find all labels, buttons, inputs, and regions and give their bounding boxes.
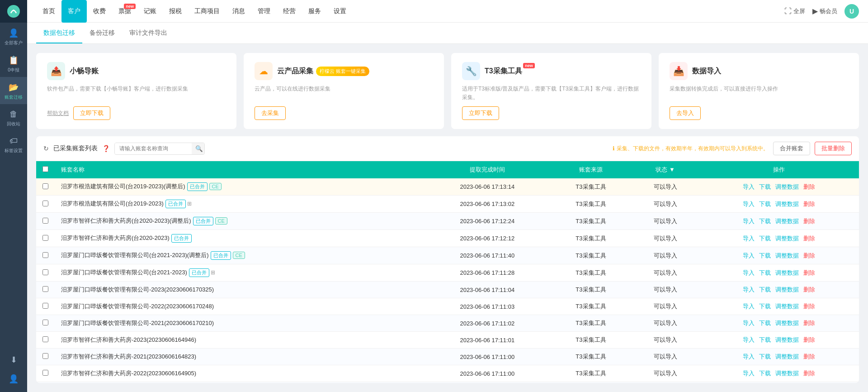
search-button[interactable]: 🔍 xyxy=(192,143,205,154)
action-下载[interactable]: 下载 xyxy=(759,336,771,344)
download-t3-button[interactable]: 立即下载 xyxy=(462,106,499,120)
batch-delete-button[interactable]: 批量删除 xyxy=(815,142,852,155)
action-调整数据[interactable]: 调整数据 xyxy=(775,183,799,191)
action-下载[interactable]: 下载 xyxy=(759,183,771,191)
action-下载[interactable]: 下载 xyxy=(759,269,771,277)
action-删除[interactable]: 删除 xyxy=(803,369,815,378)
action-导入[interactable]: 导入 xyxy=(743,269,755,277)
nav-tax[interactable]: 报税 xyxy=(163,0,188,23)
download-now-button[interactable]: 立即下载 xyxy=(73,106,110,120)
action-下载[interactable]: 下载 xyxy=(759,353,771,361)
action-下载[interactable]: 下载 xyxy=(759,369,771,378)
nav-manage[interactable]: 管理 xyxy=(251,0,277,23)
action-删除[interactable]: 删除 xyxy=(803,302,815,311)
nav-home[interactable]: 首页 xyxy=(36,0,61,23)
action-下载[interactable]: 下载 xyxy=(759,234,771,243)
row-checkbox[interactable] xyxy=(42,336,48,342)
action-导入[interactable]: 导入 xyxy=(743,336,755,344)
action-删除[interactable]: 删除 xyxy=(803,336,815,344)
action-导入[interactable]: 导入 xyxy=(743,183,755,191)
go-collect-button[interactable]: 去采集 xyxy=(255,106,286,120)
row-checkbox[interactable] xyxy=(42,370,48,376)
action-导入[interactable]: 导入 xyxy=(743,369,755,378)
row-checkbox-cell xyxy=(36,298,55,315)
action-下载[interactable]: 下载 xyxy=(759,286,771,294)
sidebar-item-user-profile[interactable]: 👤 xyxy=(0,368,27,387)
action-调整数据[interactable]: 调整数据 xyxy=(775,217,799,225)
action-删除[interactable]: 删除 xyxy=(803,217,815,225)
action-导入[interactable]: 导入 xyxy=(743,286,755,294)
sidebar-item-all-clients[interactable]: 👤 全部客户 xyxy=(0,23,27,50)
action-删除[interactable]: 删除 xyxy=(803,234,815,243)
action-下载[interactable]: 下载 xyxy=(759,302,771,311)
row-checkbox[interactable] xyxy=(42,320,48,325)
action-调整数据[interactable]: 调整数据 xyxy=(775,269,799,277)
avatar[interactable]: U xyxy=(844,4,859,19)
sidebar-item-download[interactable]: ⬇ xyxy=(0,349,27,368)
sidebar-item-account-migration[interactable]: 📂 账套迁移 xyxy=(0,77,27,104)
action-调整数据[interactable]: 调整数据 xyxy=(775,336,799,344)
row-checkbox[interactable] xyxy=(42,303,48,309)
action-导入[interactable]: 导入 xyxy=(743,200,755,208)
action-下载[interactable]: 下载 xyxy=(759,319,771,327)
nav-billing[interactable]: 收费 xyxy=(87,0,112,23)
row-checkbox[interactable] xyxy=(42,218,48,224)
action-删除[interactable]: 删除 xyxy=(803,353,815,361)
nav-business[interactable]: 工商项目 xyxy=(188,0,226,23)
action-删除[interactable]: 删除 xyxy=(803,200,815,208)
action-调整数据[interactable]: 调整数据 xyxy=(775,252,799,260)
go-import-button[interactable]: 去导入 xyxy=(670,106,701,120)
help-icon[interactable]: ❓ xyxy=(102,145,110,152)
nav-invoice[interactable]: 票据 new xyxy=(112,0,137,23)
action-导入[interactable]: 导入 xyxy=(743,217,755,225)
action-调整数据[interactable]: 调整数据 xyxy=(775,234,799,243)
action-删除[interactable]: 删除 xyxy=(803,269,815,277)
sidebar-item-zero-report[interactable]: 📋 0申报 xyxy=(0,50,27,77)
sidebar-item-tag-settings[interactable]: 🏷 标签设置 xyxy=(0,131,27,158)
tab-data-migration[interactable]: 数据包迁移 xyxy=(36,23,82,43)
action-导入[interactable]: 导入 xyxy=(743,234,755,243)
col-status[interactable]: 状态 ▼ xyxy=(631,161,699,178)
fullscreen-button[interactable]: ⛶ 全屏 xyxy=(784,7,805,15)
nav-services[interactable]: 服务 xyxy=(302,0,327,23)
tab-backup-migration[interactable]: 备份迁移 xyxy=(82,23,122,43)
nav-messages[interactable]: 消息 xyxy=(226,0,251,23)
action-下载[interactable]: 下载 xyxy=(759,217,771,225)
app-logo[interactable] xyxy=(0,0,27,23)
help-doc-link[interactable]: 帮助文档 xyxy=(47,110,69,117)
row-checkbox[interactable] xyxy=(42,201,48,206)
action-删除[interactable]: 删除 xyxy=(803,252,815,260)
action-调整数据[interactable]: 调整数据 xyxy=(775,302,799,311)
sidebar-item-recycle[interactable]: 🗑 回收站 xyxy=(0,104,27,131)
row-checkbox[interactable] xyxy=(42,269,48,275)
action-删除[interactable]: 删除 xyxy=(803,319,815,327)
nav-settings[interactable]: 设置 xyxy=(327,0,353,23)
nav-bookkeeping[interactable]: 记账 xyxy=(137,0,163,23)
refresh-icon[interactable]: ↻ xyxy=(43,145,49,152)
row-checkbox[interactable] xyxy=(42,286,48,292)
row-checkbox[interactable] xyxy=(42,252,48,258)
action-调整数据[interactable]: 调整数据 xyxy=(775,286,799,294)
nav-clients[interactable]: 客户 xyxy=(61,0,87,23)
action-调整数据[interactable]: 调整数据 xyxy=(775,369,799,378)
action-删除[interactable]: 删除 xyxy=(803,286,815,294)
action-下载[interactable]: 下载 xyxy=(759,252,771,260)
action-删除[interactable]: 删除 xyxy=(803,183,815,191)
select-all-checkbox[interactable] xyxy=(42,166,48,172)
nav-operations[interactable]: 经营 xyxy=(277,0,302,23)
action-下载[interactable]: 下载 xyxy=(759,200,771,208)
action-导入[interactable]: 导入 xyxy=(743,252,755,260)
action-导入[interactable]: 导入 xyxy=(743,353,755,361)
action-调整数据[interactable]: 调整数据 xyxy=(775,353,799,361)
tab-audit-export[interactable]: 审计文件导出 xyxy=(122,23,175,43)
row-checkbox[interactable] xyxy=(42,235,48,241)
member-button[interactable]: ▶ 畅会员 xyxy=(812,7,837,15)
action-导入[interactable]: 导入 xyxy=(743,319,755,327)
merge-accounts-button[interactable]: 合并账套 xyxy=(773,142,810,155)
search-input[interactable] xyxy=(115,143,192,154)
action-导入[interactable]: 导入 xyxy=(743,302,755,311)
action-调整数据[interactable]: 调整数据 xyxy=(775,200,799,208)
row-checkbox[interactable] xyxy=(42,353,48,359)
action-调整数据[interactable]: 调整数据 xyxy=(775,319,799,327)
row-checkbox[interactable] xyxy=(42,183,48,189)
